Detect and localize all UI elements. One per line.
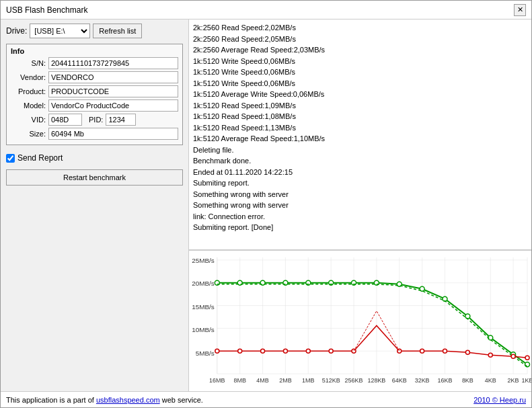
svg-text:2KB: 2KB — [508, 377, 519, 384]
svg-text:15MB/s: 15MB/s — [192, 303, 215, 311]
info-title: Info — [11, 47, 178, 55]
send-report-label: Send Report — [17, 153, 63, 163]
log-line: 2k:2560 Average Read Speed:2,03MB/s — [193, 44, 527, 56]
log-line: 1k:5120 Average Read Speed:1,10MB/s — [193, 133, 527, 145]
svg-text:1KB: 1KB — [522, 377, 531, 384]
svg-point-41 — [525, 362, 530, 367]
restart-button[interactable]: Restart benchmark — [6, 169, 183, 186]
product-value[interactable] — [48, 85, 178, 97]
log-line: Deleting file. — [193, 145, 527, 156]
svg-text:16KB: 16KB — [438, 377, 453, 384]
refresh-button[interactable]: Refresh list — [93, 24, 142, 38]
svg-point-55 — [525, 356, 529, 360]
log-line: Something wrong with server — [193, 200, 527, 211]
vid-value[interactable] — [48, 114, 82, 126]
svg-point-54 — [511, 354, 515, 358]
svg-text:128KB: 128KB — [367, 377, 385, 384]
size-row: Size: — [11, 128, 178, 140]
log-line: 1k:5120 Read Speed:1,13MB/s — [193, 122, 527, 134]
svg-text:4KB: 4KB — [485, 377, 496, 384]
log-line: 2k:2560 Read Speed:2,02MB/s — [193, 22, 527, 34]
benchmark-chart: 25MB/s 20MB/s 15MB/s 10MB/s 5MB/s — [189, 251, 531, 391]
title-bar: USB Flash Benchmark ✕ — [1, 1, 531, 19]
pid-value[interactable] — [106, 114, 136, 126]
drive-select[interactable]: [USB] E:\ — [30, 24, 90, 38]
svg-point-42 — [215, 349, 219, 353]
close-button[interactable]: ✕ — [514, 4, 526, 16]
svg-text:512KB: 512KB — [322, 377, 340, 384]
footer-right-link[interactable]: 2010 © Heep.ru — [473, 396, 526, 404]
log-line: 1k:5120 Write Speed:0,06MB/s — [193, 67, 527, 78]
svg-point-50 — [420, 349, 424, 353]
model-value[interactable] — [48, 99, 178, 112]
vid-pid-row: VID: PID: — [11, 114, 178, 126]
chart-area: 25MB/s 20MB/s 15MB/s 10MB/s 5MB/s — [189, 250, 531, 391]
size-label: Size: — [11, 130, 46, 138]
send-report-row: Send Report — [6, 153, 183, 163]
log-line: 1k:5120 Read Speed:1,09MB/s — [193, 100, 527, 112]
svg-text:1MB: 1MB — [302, 377, 314, 384]
svg-point-38 — [465, 314, 470, 319]
svg-point-43 — [238, 349, 242, 353]
svg-text:32KB: 32KB — [415, 377, 430, 384]
log-line: link: Connection error. — [193, 211, 527, 222]
svg-point-45 — [283, 349, 287, 353]
svg-point-51 — [443, 349, 447, 353]
log-line: Submiting report. [Done] — [193, 222, 527, 233]
log-line: 2k:2560 Read Speed:2,05MB/s — [193, 34, 527, 45]
pid-label: PID: — [89, 116, 103, 124]
main-content: Drive: [USB] E:\ Refresh list Info S/N: … — [1, 19, 531, 391]
vid-label: VID: — [11, 116, 46, 124]
model-row: Model: — [11, 99, 178, 112]
svg-point-47 — [329, 349, 333, 353]
vendor-value[interactable] — [48, 71, 178, 83]
svg-point-53 — [488, 353, 492, 357]
svg-point-52 — [465, 350, 469, 354]
svg-text:8MB: 8MB — [233, 377, 245, 384]
svg-point-46 — [306, 349, 310, 353]
log-wrapper: 2k:2560 Read Speed:2,02MB/s2k:2560 Read … — [189, 19, 531, 250]
main-window: USB Flash Benchmark ✕ Drive: [USB] E:\ R… — [0, 0, 532, 408]
svg-text:64KB: 64KB — [392, 377, 407, 384]
svg-text:10MB/s: 10MB/s — [192, 326, 215, 333]
product-row: Product: — [11, 85, 178, 97]
footer-bar: This application is a part of usbflashsp… — [1, 391, 531, 407]
size-value[interactable] — [48, 128, 178, 140]
svg-text:256KB: 256KB — [345, 377, 363, 384]
product-label: Product: — [11, 87, 46, 95]
left-panel: Drive: [USB] E:\ Refresh list Info S/N: … — [1, 19, 189, 391]
footer-link[interactable]: usbflashspeed.com — [96, 396, 160, 404]
drive-row: Drive: [USB] E:\ Refresh list — [6, 24, 183, 38]
sn-row: S/N: — [11, 57, 178, 69]
svg-text:8KB: 8KB — [462, 377, 473, 384]
svg-text:20MB/s: 20MB/s — [192, 280, 215, 287]
log-line: 1k:5120 Write Speed:0,06MB/s — [193, 56, 527, 67]
vendor-row: Vendor: — [11, 71, 178, 83]
log-area[interactable]: 2k:2560 Read Speed:2,02MB/s2k:2560 Read … — [189, 19, 531, 250]
svg-text:4MB: 4MB — [256, 377, 268, 384]
sn-value[interactable] — [48, 57, 178, 69]
log-line: Submiting report. — [193, 177, 527, 189]
footer-text-before: This application is a part of — [6, 396, 96, 404]
drive-label: Drive: — [6, 26, 27, 36]
svg-point-44 — [261, 349, 265, 353]
info-section: Info S/N: Vendor: Product: Model: — [6, 44, 183, 145]
log-line: Benchmark done. — [193, 155, 527, 167]
log-line: Ended at 01.11.2020 14:22:15 — [193, 167, 527, 178]
footer-text: This application is a part of usbflashsp… — [6, 396, 203, 404]
svg-rect-0 — [189, 251, 531, 391]
right-panel: 2k:2560 Read Speed:2,02MB/s2k:2560 Read … — [189, 19, 531, 391]
window-title: USB Flash Benchmark — [6, 5, 87, 15]
log-line: Something wrong with server — [193, 189, 527, 200]
sn-label: S/N: — [11, 59, 46, 67]
svg-text:25MB/s: 25MB/s — [192, 257, 215, 264]
send-report-checkbox[interactable] — [6, 154, 15, 163]
footer-text-after: web service. — [160, 396, 203, 404]
svg-text:2MB: 2MB — [279, 377, 291, 384]
model-label: Model: — [11, 101, 46, 110]
svg-text:16MB: 16MB — [209, 377, 225, 384]
log-line: 1k:5120 Average Write Speed:0,06MB/s — [193, 89, 527, 100]
svg-text:5MB/s: 5MB/s — [196, 350, 215, 357]
vendor-label: Vendor: — [11, 73, 46, 81]
log-line: 1k:5120 Read Speed:1,08MB/s — [193, 111, 527, 122]
